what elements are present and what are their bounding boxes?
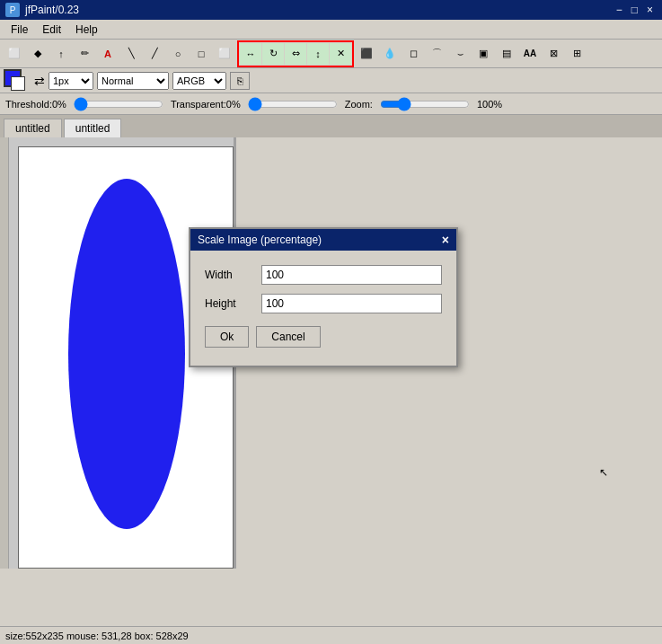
menu-edit[interactable]: Edit xyxy=(35,22,68,38)
tool-flip-h[interactable]: ⇔ xyxy=(285,43,306,65)
width-label: Width xyxy=(205,269,254,281)
tool-eraser[interactable]: ◻ xyxy=(402,43,424,65)
height-row: Height xyxy=(205,294,442,313)
dialog-close-button[interactable]: × xyxy=(442,233,449,247)
transparent-label: Transparent:0% xyxy=(171,99,241,110)
menu-help[interactable]: Help xyxy=(68,22,105,38)
height-label: Height xyxy=(205,297,254,310)
status-bar: size:552x235 mouse: 531,28 box: 528x29 xyxy=(0,626,662,644)
cursor-indicator: ↖ xyxy=(599,466,608,479)
title-bar: P jfPaint/0.23 − □ × xyxy=(0,0,662,20)
height-input[interactable] xyxy=(261,294,442,313)
app-title: jfPaint/0.23 xyxy=(25,4,79,16)
zoom-value: 100% xyxy=(477,99,502,110)
tool-text[interactable]: A xyxy=(97,43,119,65)
background-color[interactable] xyxy=(11,76,25,91)
tool-text2[interactable]: AA xyxy=(519,43,541,65)
tool-resize[interactable]: ↕ xyxy=(307,43,329,65)
secondary-toolbar: ⇄ 1px 2px 3px Normal Multiply ARGB RGB ⎘ xyxy=(0,68,662,93)
document-tabs: untitled untitled xyxy=(0,115,662,137)
tool-pencil[interactable]: ✏ xyxy=(74,43,95,65)
tool-dropper[interactable]: 💧 xyxy=(379,43,401,65)
dialog-title-text: Scale Image (percentage) xyxy=(198,234,322,246)
tool-arrow[interactable]: ↑ xyxy=(50,43,72,65)
close-button[interactable]: × xyxy=(643,4,657,16)
tool-info[interactable]: ⊠ xyxy=(543,43,564,65)
threshold-slider[interactable] xyxy=(74,97,163,111)
copy-colormode-button[interactable]: ⎘ xyxy=(230,72,250,90)
canvas-area: ↖ Scale Image (percentage) × Width Heigh… xyxy=(0,137,662,569)
minimize-button[interactable]: − xyxy=(613,4,626,16)
zoom-label: Zoom: xyxy=(345,99,373,110)
cancel-button[interactable]: Cancel xyxy=(256,326,320,348)
tool-curve1[interactable]: ⌒ xyxy=(426,43,447,65)
tool-line[interactable]: ╲ xyxy=(120,43,142,65)
tool-curve2[interactable]: ⌣ xyxy=(449,43,471,65)
menu-file[interactable]: File xyxy=(4,22,35,38)
app-icon: P xyxy=(5,3,20,17)
tool-adj2[interactable]: ▤ xyxy=(496,43,517,65)
canvas-oval xyxy=(68,179,185,529)
canvas-container[interactable]: ↖ Scale Image (percentage) × Width Heigh… xyxy=(9,137,662,569)
transparent-slider[interactable] xyxy=(248,97,338,111)
tab-untitled-2[interactable]: untitled xyxy=(64,119,122,137)
tool-scale-img[interactable]: ↔ xyxy=(240,43,261,65)
left-panel xyxy=(0,137,9,569)
status-text: size:552x235 mouse: 531,28 box: 528x29 xyxy=(5,631,189,641)
swap-colors-button[interactable]: ⇄ xyxy=(34,74,45,88)
scale-dialog: Scale Image (percentage) × Width Height … xyxy=(189,227,458,367)
dialog-buttons: Ok Cancel xyxy=(205,322,442,351)
ok-button[interactable]: Ok xyxy=(205,326,249,348)
dialog-title-bar: Scale Image (percentage) × xyxy=(190,229,456,251)
tool-color-picker[interactable]: ⬛ xyxy=(356,43,377,65)
threshold-label: Threshold:0% xyxy=(5,99,66,110)
menu-bar: File Edit Help xyxy=(0,20,662,40)
tool-rotate[interactable]: ↻ xyxy=(262,43,284,65)
tool-diamond[interactable]: ◆ xyxy=(27,43,49,65)
main-toolbar: ⬜ ◆ ↑ ✏ A ╲ ╱ ○ □ ⬜ ↔ ↻ ⇔ ↕ ✕ ⬛ 💧 ◻ ⌒ ⌣ … xyxy=(0,40,662,68)
threshold-bar: Threshold:0% Transparent:0% Zoom: 100% xyxy=(0,93,662,115)
dialog-body: Width Height Ok Cancel xyxy=(190,251,456,366)
tool-adj1[interactable]: ▣ xyxy=(472,43,494,65)
highlighted-tool-group: ↔ ↻ ⇔ ↕ ✕ xyxy=(237,40,354,67)
tool-grid[interactable]: ⊞ xyxy=(566,43,587,65)
tool-rectfill[interactable]: ⬜ xyxy=(214,43,235,65)
tool-ellipse[interactable]: ○ xyxy=(167,43,189,65)
tool-rect[interactable]: □ xyxy=(190,43,212,65)
maximize-button[interactable]: □ xyxy=(628,4,641,16)
tool-select-rect[interactable]: ⬜ xyxy=(4,43,25,65)
blend-mode-select[interactable]: Normal Multiply xyxy=(97,72,169,90)
brush-size-select[interactable]: 1px 2px 3px xyxy=(49,72,93,90)
zoom-slider[interactable] xyxy=(380,97,470,111)
colormode-select[interactable]: ARGB RGB xyxy=(172,72,226,90)
tool-line2[interactable]: ╱ xyxy=(144,43,165,65)
tab-untitled-1[interactable]: untitled xyxy=(4,119,62,137)
tool-crop[interactable]: ✕ xyxy=(330,43,351,65)
width-input[interactable] xyxy=(261,265,442,285)
width-row: Width xyxy=(205,265,442,285)
